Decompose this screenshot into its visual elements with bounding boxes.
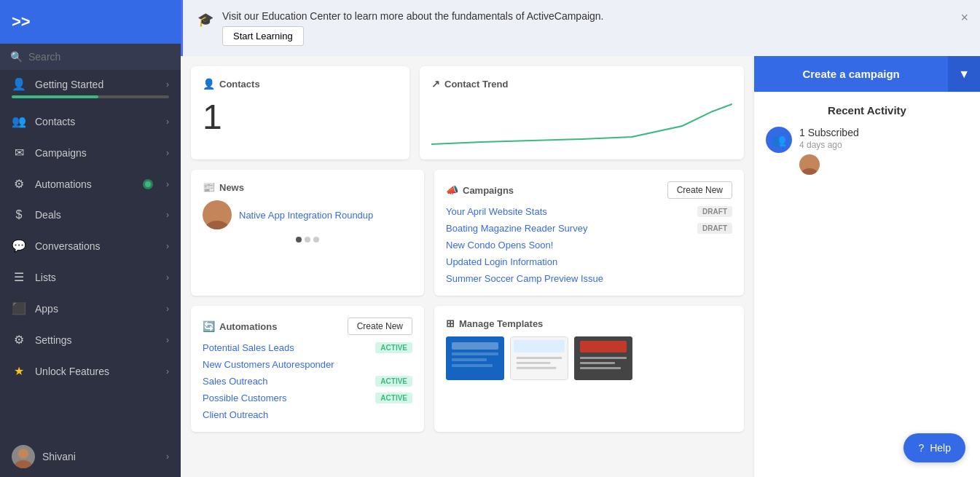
start-learning-button[interactable]: Start Learning [222, 26, 304, 46]
news-item: Native App Integration Roundup [203, 200, 412, 229]
center-panel: 👤 Contacts 1 ↗ Contact Trend [181, 56, 754, 477]
deals-arrow: › [166, 210, 169, 220]
search-icon: 🔍 [10, 51, 23, 63]
dashboard-body: 👤 Contacts 1 ↗ Contact Trend [181, 56, 980, 477]
main-content: 🎓 Visit our Education Center to learn mo… [181, 0, 980, 477]
svg-rect-10 [514, 340, 565, 353]
recent-activity-title: Recent Activity [766, 104, 968, 117]
svg-point-0 [18, 449, 28, 459]
svg-rect-13 [517, 367, 557, 369]
automations-arrow: › [166, 179, 169, 189]
right-panel: Create a campaign ▼ Recent Activity 👥 1 … [754, 56, 980, 477]
search-input[interactable] [28, 51, 170, 63]
news-card: 📰 News Native App Integration Roundup [191, 170, 424, 296]
svg-point-19 [805, 157, 814, 166]
create-campaign-button[interactable]: Create a campaign [754, 56, 948, 92]
news-dot-1[interactable] [296, 237, 302, 243]
sidebar-item-settings[interactable]: ⚙ Settings › [0, 324, 181, 355]
news-dot-3[interactable] [313, 237, 319, 243]
contacts-card-title: 👤 Contacts [203, 78, 398, 90]
news-dot-2[interactable] [305, 237, 310, 243]
help-label: Help [930, 442, 951, 454]
automation-name[interactable]: New Customers Autoresponder [203, 359, 334, 370]
sidebar-item-lists[interactable]: ☰ Lists › [0, 261, 181, 293]
news-card-title: 📰 News [203, 181, 412, 193]
sidebar-item-getting-started[interactable]: 👤 Getting Started › [0, 70, 181, 106]
templates-card: ⊞ Manage Templates [434, 306, 744, 432]
automations-create-new-button[interactable]: Create New [348, 318, 412, 335]
campaigns-card-icon: 📣 [446, 184, 458, 196]
mid-row: 📰 News Native App Integration Roundup [191, 170, 744, 296]
list-item: Client Outreach [203, 409, 412, 420]
activity-avatar: 👥 [766, 127, 792, 153]
user-menu[interactable]: Shivani › [0, 436, 181, 477]
expand-icon[interactable]: >> [12, 12, 31, 31]
top-row: 👤 Contacts 1 ↗ Contact Trend [191, 66, 744, 159]
svg-rect-8 [452, 364, 493, 367]
sidebar-item-label-conversations: Conversations [35, 240, 101, 252]
campaign-name[interactable]: Boating Magazine Reader Survey [446, 223, 587, 234]
sidebar-item-unlock-features[interactable]: ★ Unlock Features › [0, 355, 181, 387]
news-icon: 📰 [203, 181, 215, 193]
conversations-arrow: › [166, 241, 169, 251]
sidebar-item-automations[interactable]: ⚙ Automations › [0, 168, 181, 200]
svg-point-3 [205, 221, 229, 229]
deals-icon: $ [12, 208, 26, 221]
trend-card: ↗ Contact Trend [420, 66, 744, 159]
automation-name[interactable]: Possible Customers [203, 393, 287, 403]
news-link[interactable]: Native App Integration Roundup [239, 210, 373, 221]
banner-close-button[interactable]: × [960, 10, 968, 25]
campaigns-title: 📣 Campaigns [446, 184, 514, 196]
getting-started-arrow: › [166, 79, 169, 90]
help-button[interactable]: ? Help [903, 433, 965, 462]
campaigns-card-header: 📣 Campaigns Create New [446, 181, 732, 199]
settings-arrow: › [166, 335, 169, 345]
sidebar-item-label-getting-started: Getting Started [35, 79, 103, 90]
apps-icon: ⬛ [12, 301, 26, 315]
sidebar-item-contacts[interactable]: 👥 Contacts › [0, 106, 181, 137]
sidebar-item-label-lists: Lists [35, 272, 56, 283]
banner-icon: 🎓 [197, 12, 213, 28]
template-preview-3[interactable] [574, 336, 632, 380]
create-campaign-dropdown-button[interactable]: ▼ [948, 56, 980, 92]
activity-subscribed-text: 1 Subscribed [799, 127, 968, 138]
campaigns-create-new-button[interactable]: Create New [667, 181, 732, 199]
table-row: New Condo Opens Soon! [446, 240, 732, 251]
campaign-badge: DRAFT [697, 223, 732, 234]
automation-name[interactable]: Client Outreach [203, 409, 268, 420]
automation-badge: ACTIVE [375, 342, 412, 353]
campaign-name[interactable]: Updated Login Information [446, 256, 557, 267]
unlock-arrow: › [166, 366, 169, 377]
trend-icon: ↗ [431, 78, 440, 90]
campaign-name[interactable]: Your April Website Stats [446, 206, 547, 217]
automation-name[interactable]: Sales Outreach [203, 376, 268, 387]
sidebar-item-campaigns[interactable]: ✉ Campaigns › [0, 137, 181, 168]
sidebar-item-conversations[interactable]: 💬 Conversations › [0, 230, 181, 261]
trend-card-title: ↗ Contact Trend [431, 78, 732, 90]
svg-rect-16 [580, 357, 627, 359]
trend-chart [431, 97, 732, 148]
news-avatar [203, 200, 232, 229]
campaign-name[interactable]: New Condo Opens Soon! [446, 240, 553, 251]
help-icon: ? [918, 442, 924, 454]
svg-rect-5 [452, 342, 498, 350]
campaign-name[interactable]: Summer Soccer Camp Preview Issue [446, 273, 603, 284]
table-row: Updated Login Information [446, 256, 732, 267]
lists-arrow: › [166, 272, 169, 283]
bottom-row: 🔄 Automations Create New Potential Sales… [191, 306, 744, 432]
campaigns-arrow: › [166, 148, 169, 158]
svg-rect-18 [580, 367, 621, 369]
search-bar[interactable]: 🔍 [0, 44, 181, 70]
list-item: New Customers Autoresponder [203, 359, 412, 370]
sidebar: >> 🔍 👤 Getting Started › 👥 Contacts › ✉ … [0, 0, 181, 477]
sidebar-item-apps[interactable]: ⬛ Apps › [0, 293, 181, 324]
template-preview-2[interactable] [510, 336, 568, 380]
conversations-icon: 💬 [12, 239, 26, 253]
table-row: Boating Magazine Reader Survey DRAFT [446, 223, 732, 234]
progress-bar-fill [12, 95, 98, 98]
template-preview-1[interactable] [446, 336, 504, 380]
automation-name[interactable]: Potential Sales Leads [203, 342, 294, 353]
user-name: Shivani [42, 451, 76, 462]
sidebar-item-deals[interactable]: $ Deals › [0, 200, 181, 230]
svg-rect-12 [517, 362, 551, 364]
